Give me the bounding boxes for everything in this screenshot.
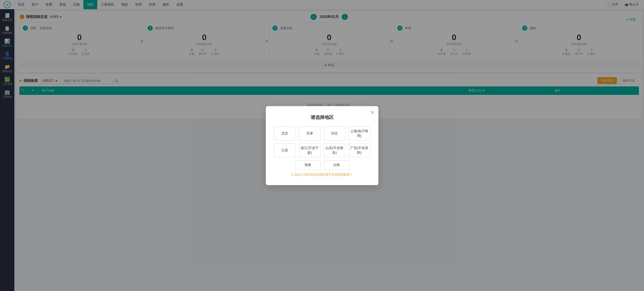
warning-icon: ⚠: [291, 173, 294, 176]
region-shanghai[interactable]: 上海(电子税局): [348, 127, 370, 140]
dialog-title: 请选择地区: [274, 114, 370, 120]
warning-text: ⚠ 除以上地区外其他地区暂不支持报税检查！: [274, 173, 370, 177]
dialog-close-button[interactable]: ✕: [370, 110, 374, 115]
warning-message: 除以上地区外其他地区暂不支持报税检查！: [295, 173, 353, 177]
region-shandong[interactable]: 山东(不含青岛): [324, 143, 345, 157]
dialog-overlay: ✕ 请选择地区 北京 天津 河北 上海(电子税局) 江苏 浙江(不含宁波) 山东…: [0, 0, 644, 291]
region-zhejiang[interactable]: 浙江(不含宁波): [299, 143, 321, 157]
region-grid-2: 江苏 浙江(不含宁波) 山东(不含青岛) 广东(不含深圳): [274, 143, 370, 157]
region-yunnan[interactable]: 云南: [324, 160, 349, 170]
region-jiangsu[interactable]: 江苏: [274, 143, 296, 157]
region-dialog: ✕ 请选择地区 北京 天津 河北 上海(电子税局) 江苏 浙江(不含宁波) 山东…: [266, 106, 378, 185]
region-grid-1: 北京 天津 河北 上海(电子税局): [274, 127, 370, 140]
region-tianjin[interactable]: 天津: [299, 127, 321, 140]
region-guangdong[interactable]: 广东(不含深圳): [348, 143, 370, 157]
region-hainan[interactable]: 海南: [295, 160, 321, 170]
region-hebei[interactable]: 河北: [324, 127, 345, 140]
region-beijing[interactable]: 北京: [274, 127, 296, 140]
region-row-3: 海南 云南: [274, 160, 370, 170]
